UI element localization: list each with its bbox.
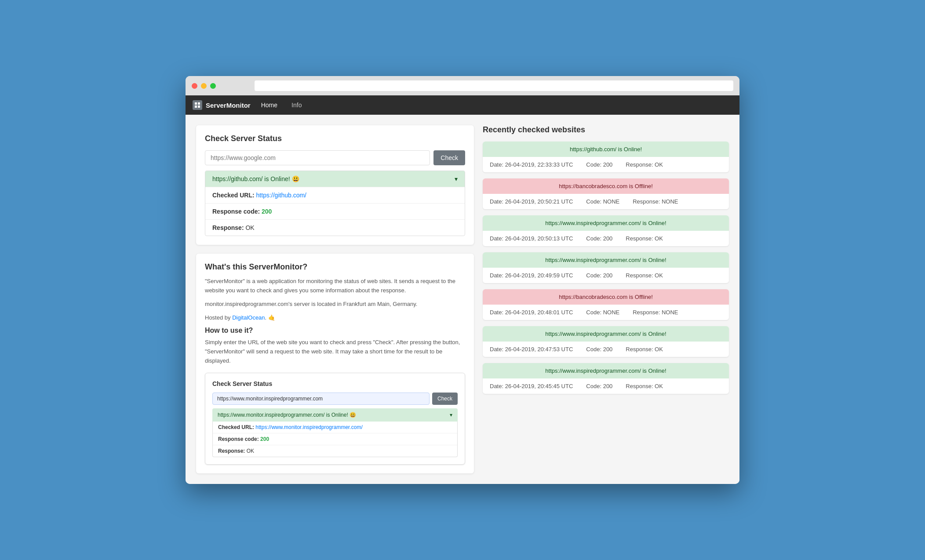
svg-rect-2 [195, 105, 197, 108]
recent-code: Code: 200 [586, 346, 612, 353]
screenshot-chevron[interactable]: ▾ [450, 412, 452, 418]
recent-item-header: https://www.inspiredprogrammer.com/ is O… [483, 215, 729, 231]
checked-url-row: Checked URL: https://github.com/ [205, 187, 465, 203]
svg-rect-0 [195, 102, 197, 105]
screenshot-url-input[interactable] [212, 393, 430, 405]
info-title: What's this ServerMonitor? [205, 262, 465, 272]
minimize-button[interactable] [201, 83, 207, 89]
recent-date: Date: 26-04-2019, 20:50:13 UTC [490, 235, 573, 242]
screenshot-response-code: Response code: 200 [213, 433, 457, 445]
how-title: How to use it? [205, 327, 465, 335]
screenshot-result-header: https://www.monitor.inspiredprogrammer.c… [212, 408, 458, 422]
recent-item-details: Date: 26-04-2019, 22:33:33 UTC Code: 200… [483, 157, 729, 172]
recent-item: https://www.inspiredprogrammer.com/ is O… [483, 363, 729, 394]
recent-code: Code: NONE [586, 198, 619, 205]
s-response-code-value: 200 [260, 436, 269, 442]
recent-date: Date: 26-04-2019, 20:48:01 UTC [490, 309, 573, 316]
close-button[interactable] [192, 83, 197, 89]
recent-date: Date: 26-04-2019, 22:33:33 UTC [490, 161, 573, 168]
recent-code: Code: NONE [586, 309, 619, 316]
url-input[interactable] [205, 150, 430, 165]
s-response-value: OK [247, 448, 254, 454]
s-response-code-label: Response code: [218, 436, 259, 442]
s-checked-url-label: Checked URL: [218, 424, 254, 430]
screenshot-check-btn[interactable]: Check [432, 393, 458, 405]
nav-home[interactable]: Home [258, 100, 281, 110]
recent-code: Code: 200 [586, 235, 612, 242]
digitalocean-link[interactable]: DigitalOcean [232, 314, 265, 321]
info-card: What's this ServerMonitor? "ServerMonito… [196, 254, 474, 473]
recently-checked-title: Recently checked websites [483, 125, 729, 135]
checked-url-label: Checked URL: [212, 192, 255, 199]
checked-url-value: https://github.com/ [256, 192, 306, 199]
recent-code: Code: 200 [586, 161, 612, 168]
recent-date: Date: 26-04-2019, 20:49:59 UTC [490, 272, 573, 279]
server-info-text: monitor.inspiredprogrammer.com's server … [205, 301, 417, 307]
screenshot-title: Check Server Status [212, 380, 458, 387]
recent-date: Date: 26-04-2019, 20:45:45 UTC [490, 383, 573, 389]
recent-response: Response: OK [626, 272, 663, 279]
s-response-label: Response: [218, 448, 245, 454]
screenshot-checked-url: Checked URL: https://www.monitor.inspire… [213, 422, 457, 433]
nav-info[interactable]: Info [288, 100, 305, 110]
recent-item-header: https://www.inspiredprogrammer.com/ is O… [483, 363, 729, 378]
screenshot-response: Response: OK [213, 445, 457, 457]
navbar: ServerMonitor Home Info [186, 95, 739, 115]
response-code-label: Response code: [212, 208, 260, 215]
brand: ServerMonitor [193, 100, 251, 110]
result-header-text: https://github.com/ is Online! 😃 [212, 175, 299, 182]
svg-rect-3 [198, 105, 200, 108]
recent-response: Response: OK [626, 161, 663, 168]
recent-item-header: https://www.inspiredprogrammer.com/ is O… [483, 252, 729, 268]
recent-item-details: Date: 26-04-2019, 20:50:13 UTC Code: 200… [483, 231, 729, 246]
response-value: OK [245, 224, 254, 231]
url-input-row: Check [205, 150, 465, 165]
response-row: Response: OK [205, 219, 465, 236]
left-column: Check Server Status Check https://github… [196, 125, 474, 473]
info-description: "ServerMonitor" is a web application for… [205, 277, 465, 295]
recent-item-details: Date: 26-04-2019, 20:50:21 UTC Code: NON… [483, 194, 729, 209]
screenshot-url-row: Check [212, 393, 458, 405]
recent-item: https://bancobradesco.com is Offline! Da… [483, 289, 729, 320]
recent-item: https://www.inspiredprogrammer.com/ is O… [483, 215, 729, 246]
recent-response: Response: OK [626, 383, 663, 389]
maximize-button[interactable] [210, 83, 216, 89]
recent-item: https://bancobradesco.com is Offline! Da… [483, 178, 729, 209]
recent-code: Code: 200 [586, 383, 612, 389]
browser-window: ServerMonitor Home Info Check Server Sta… [186, 76, 739, 484]
recent-item: https://www.inspiredprogrammer.com/ is O… [483, 326, 729, 357]
recent-list: https://github.com/ is Online! Date: 26-… [483, 142, 729, 394]
svg-rect-1 [198, 102, 200, 105]
browser-titlebar [186, 76, 739, 95]
result-header: https://github.com/ is Online! 😃 ▾ [205, 171, 465, 187]
recent-response: Response: NONE [633, 309, 678, 316]
s-checked-url-value: https://www.monitor.inspiredprogrammer.c… [255, 424, 362, 430]
recent-item-details: Date: 26-04-2019, 20:48:01 UTC Code: NON… [483, 305, 729, 320]
check-server-card: Check Server Status Check https://github… [196, 125, 474, 245]
how-description: Simply enter the URL of the web site you… [205, 338, 465, 365]
page-content: Check Server Status Check https://github… [186, 115, 739, 484]
result-panel: https://github.com/ is Online! 😃 ▾ Check… [205, 171, 465, 236]
info-server: monitor.inspiredprogrammer.com's server … [205, 300, 465, 309]
recent-date: Date: 26-04-2019, 20:47:53 UTC [490, 346, 573, 353]
recent-item-header: https://bancobradesco.com is Offline! [483, 289, 729, 305]
recent-response: Response: NONE [633, 198, 678, 205]
recent-item-details: Date: 26-04-2019, 20:49:59 UTC Code: 200… [483, 268, 729, 283]
recent-response: Response: OK [626, 235, 663, 242]
recent-code: Code: 200 [586, 272, 612, 279]
chevron-icon[interactable]: ▾ [455, 175, 458, 182]
recent-item-details: Date: 26-04-2019, 20:45:45 UTC Code: 200… [483, 378, 729, 394]
recent-item-header: https://github.com/ is Online! [483, 142, 729, 157]
check-server-title: Check Server Status [205, 134, 465, 143]
screenshot-result-body: Checked URL: https://www.monitor.inspire… [212, 422, 458, 457]
screenshot-result-text: https://www.monitor.inspiredprogrammer.c… [218, 412, 356, 418]
response-label: Response: [212, 224, 244, 231]
recent-date: Date: 26-04-2019, 20:50:21 UTC [490, 198, 573, 205]
recent-item: https://github.com/ is Online! Date: 26-… [483, 142, 729, 172]
screenshot-card: Check Server Status Check https://www.mo… [205, 373, 465, 465]
response-code-row: Response code: 200 [205, 203, 465, 219]
recent-item-header: https://bancobradesco.com is Offline! [483, 178, 729, 194]
brand-name: ServerMonitor [206, 102, 251, 109]
check-button[interactable]: Check [433, 150, 465, 165]
address-bar[interactable] [255, 80, 733, 91]
